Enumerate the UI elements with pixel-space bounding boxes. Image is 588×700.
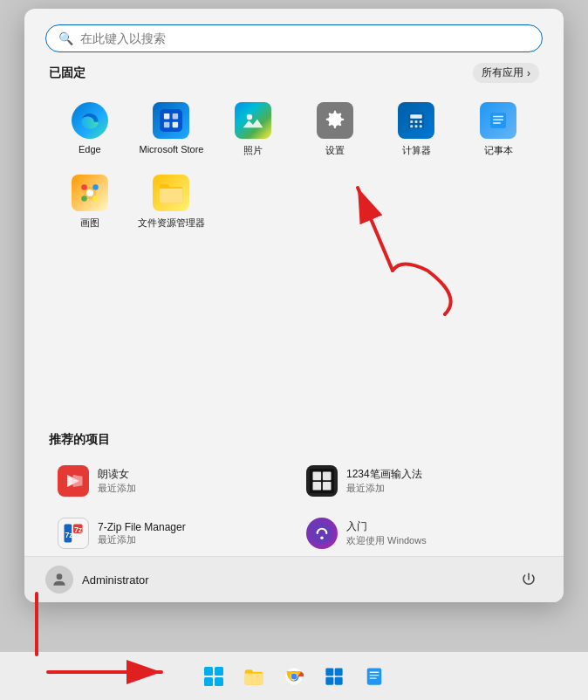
recommended-section: 推荐的项目 朗读女 最近添加 (24, 432, 564, 556)
taskbar (0, 651, 588, 700)
svg-rect-53 (335, 668, 343, 676)
svg-point-25 (81, 184, 87, 190)
svg-rect-34 (313, 482, 322, 491)
svg-rect-52 (325, 668, 333, 676)
langduv-sub: 最近添加 (98, 482, 136, 495)
svg-rect-32 (313, 472, 322, 481)
notepad-label: 记事本 (484, 144, 513, 157)
1234ime-icon (306, 465, 338, 497)
photos-icon (235, 102, 271, 139)
all-apps-button[interactable]: 所有应用 › (473, 63, 539, 83)
rec-intro[interactable]: 入门 欢迎使用 Windows (297, 511, 539, 556)
svg-text:7z: 7z (65, 531, 73, 539)
1234ime-text: 1234笔画输入法 最近添加 (346, 467, 422, 495)
search-input[interactable] (80, 31, 530, 45)
power-button[interactable] (515, 566, 543, 594)
svg-rect-13 (411, 114, 423, 119)
app-edge[interactable]: Edge (49, 95, 131, 164)
calculator-icon (398, 102, 434, 139)
pinned-title: 已固定 (49, 65, 85, 81)
settings-icon (317, 102, 353, 139)
svg-point-29 (86, 189, 93, 196)
intro-icon (306, 518, 338, 549)
svg-rect-57 (370, 671, 379, 672)
7zip-sub: 最近添加 (98, 533, 186, 546)
edge-icon (72, 102, 108, 139)
svg-point-51 (291, 673, 297, 679)
intro-sub: 欢迎使用 Windows (346, 534, 427, 547)
taskbar-explorer[interactable] (236, 659, 271, 694)
svg-rect-46 (204, 677, 213, 686)
svg-rect-22 (493, 120, 503, 121)
svg-rect-47 (215, 677, 223, 686)
rec-langduv[interactable]: 朗读女 最近添加 (49, 458, 291, 504)
7zip-text: 7-Zip File Manager 最近添加 (98, 521, 186, 546)
svg-point-41 (311, 523, 333, 545)
svg-rect-45 (215, 667, 223, 676)
1234ime-name: 1234笔画输入法 (346, 467, 422, 482)
explorer-label: 文件资源管理器 (138, 216, 205, 230)
app-notepad[interactable]: 记事本 (457, 95, 539, 164)
pinned-section: 已固定 所有应用 › (24, 63, 564, 429)
settings-label: 设置 (325, 144, 345, 157)
svg-rect-14 (411, 120, 414, 123)
rec-1234ime[interactable]: 1234笔画输入法 最近添加 (297, 458, 539, 504)
svg-point-43 (57, 573, 63, 580)
svg-rect-9 (173, 122, 179, 128)
recommended-title: 推荐的项目 (49, 432, 539, 448)
svg-rect-19 (420, 125, 422, 127)
langduv-name: 朗读女 (98, 467, 136, 482)
svg-rect-33 (323, 472, 332, 481)
svg-point-42 (320, 537, 324, 540)
pinned-header: 已固定 所有应用 › (49, 63, 539, 83)
app-photos[interactable]: 照片 (212, 95, 294, 164)
taskbar-start-button[interactable] (196, 659, 231, 694)
app-explorer[interactable]: 文件资源管理器 (131, 168, 213, 237)
explorer-icon (153, 175, 189, 211)
bottom-bar: Administrator (24, 556, 564, 602)
svg-rect-56 (367, 668, 382, 684)
svg-rect-23 (493, 122, 501, 124)
svg-rect-15 (415, 120, 418, 123)
svg-rect-35 (323, 482, 332, 491)
app-paint[interactable]: 画图 (49, 168, 131, 237)
edge-label: Edge (79, 144, 101, 154)
intro-text: 入门 欢迎使用 Windows (346, 519, 427, 547)
search-bar[interactable]: 🔍 (45, 24, 543, 52)
svg-rect-21 (493, 116, 503, 118)
start-menu: 🔍 已固定 所有应用 › (24, 9, 564, 602)
svg-rect-54 (325, 676, 333, 684)
svg-rect-18 (415, 125, 418, 127)
svg-rect-6 (164, 113, 170, 120)
search-icon: 🔍 (58, 31, 73, 45)
intro-name: 入门 (346, 519, 427, 534)
svg-point-27 (81, 196, 87, 202)
user-avatar (45, 566, 73, 594)
notepad-icon (480, 102, 516, 139)
user-name: Administrator (82, 573, 149, 587)
taskbar-snap[interactable] (317, 659, 352, 694)
app-calculator[interactable]: 计算器 (376, 95, 458, 164)
all-apps-label: 所有应用 (482, 65, 523, 80)
store-label: Microsoft Store (140, 144, 204, 154)
store-icon (153, 102, 189, 139)
svg-point-26 (92, 184, 99, 190)
svg-rect-16 (420, 120, 422, 123)
rec-7zip[interactable]: 7z 7z 7-Zip File Manager 最近添加 (49, 511, 291, 556)
paint-icon (72, 175, 108, 211)
user-info[interactable]: Administrator (45, 566, 149, 594)
chevron-right-icon: › (527, 67, 530, 79)
svg-rect-5 (160, 109, 182, 132)
app-settings[interactable]: 设置 (294, 95, 376, 164)
svg-point-28 (92, 196, 99, 202)
7zip-name: 7-Zip File Manager (98, 521, 186, 533)
svg-rect-8 (164, 122, 170, 128)
svg-rect-58 (370, 674, 379, 675)
svg-text:7z: 7z (74, 525, 83, 534)
apps-grid: Edge (49, 95, 539, 237)
taskbar-notepad[interactable] (357, 659, 392, 694)
taskbar-chrome[interactable] (277, 659, 311, 694)
svg-rect-59 (370, 677, 377, 678)
svg-rect-44 (204, 667, 213, 676)
app-store[interactable]: Microsoft Store (131, 95, 213, 164)
